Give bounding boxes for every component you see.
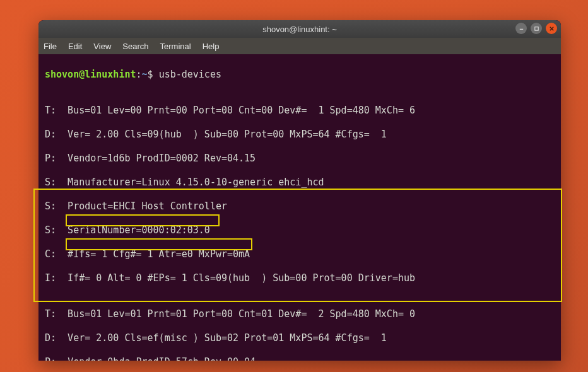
output-line: T: Bus=01 Lev=01 Prnt=01 Port=00 Cnt=01 … — [45, 308, 555, 320]
menu-file[interactable]: File — [44, 42, 57, 51]
output-line: P: Vendor=0bda ProdID=57cb Rev=00.04 — [45, 356, 555, 361]
window-controls — [515, 23, 557, 34]
prompt-path: ~ — [142, 69, 148, 80]
prompt-user-host: shovon@linuxhint — [45, 69, 136, 80]
output-line: C: #Ifs= 1 Cfg#= 1 Atr=e0 MxPwr=0mA — [45, 248, 555, 260]
output-line: S: SerialNumber=0000:02:03.0 — [45, 224, 555, 236]
menu-terminal[interactable]: Terminal — [160, 42, 191, 51]
minimize-button[interactable] — [515, 23, 527, 34]
prompt-colon: : — [136, 69, 142, 80]
window-title: shovon@linuxhint: ~ — [38, 25, 561, 34]
menubar: File Edit View Search Terminal Help — [38, 38, 561, 54]
output-line: P: Vendor=1d6b ProdID=0002 Rev=04.15 — [45, 153, 555, 165]
highlight-vendor-prodid: Vendor=0bda ProdID=57cb — [68, 356, 199, 361]
output-line: I: If#= 0 Alt= 0 #EPs= 1 Cls=09(hub ) Su… — [45, 272, 555, 284]
output-line: S: Product=EHCI Host Controller — [45, 201, 555, 212]
command-text: usb-devices — [159, 69, 221, 80]
titlebar[interactable]: shovon@linuxhint: ~ — [38, 20, 561, 38]
output-line: T: Bus=01 Lev=00 Prnt=00 Port=00 Cnt=00 … — [45, 105, 555, 117]
output-line: S: Manufacturer=Linux 4.15.0-10-generic … — [45, 177, 555, 189]
terminal-output[interactable]: shovon@linuxhint:~$ usb-devices T: Bus=0… — [38, 54, 561, 361]
menu-help[interactable]: Help — [203, 42, 220, 51]
menu-view[interactable]: View — [93, 42, 111, 51]
close-button[interactable] — [546, 23, 557, 34]
svg-rect-1 — [534, 26, 538, 30]
menu-edit[interactable]: Edit — [68, 42, 82, 51]
output-line: D: Ver= 2.00 Cls=ef(misc ) Sub=02 Prot=0… — [45, 332, 555, 344]
menu-search[interactable]: Search — [122, 42, 148, 51]
prompt-dollar: $ — [148, 69, 159, 80]
maximize-button[interactable] — [531, 23, 542, 34]
terminal-window: shovon@linuxhint: ~ File Edit View Searc… — [38, 20, 561, 361]
output-line: D: Ver= 2.00 Cls=09(hub ) Sub=00 Prot=00… — [45, 129, 555, 141]
prompt-line: shovon@linuxhint:~$ usb-devices — [45, 69, 555, 81]
